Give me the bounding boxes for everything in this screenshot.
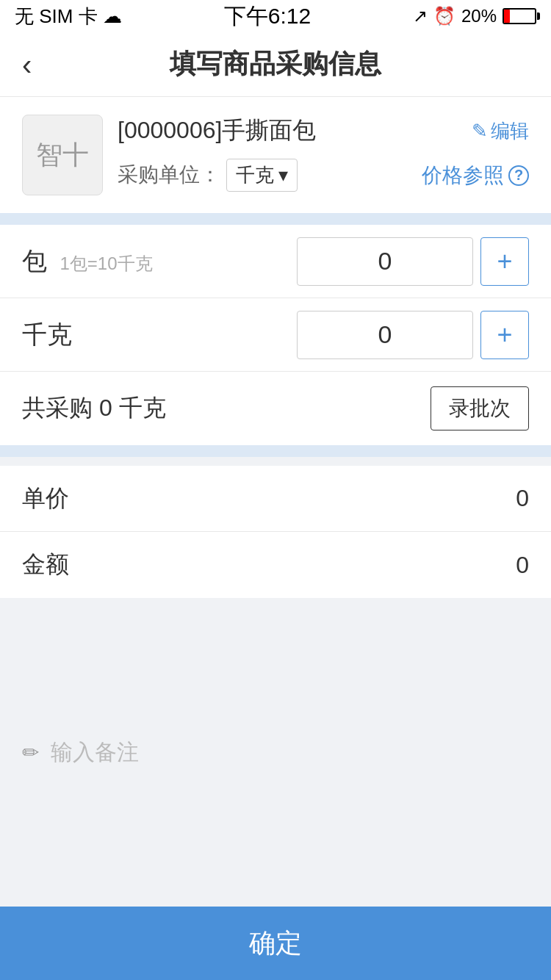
- unit-price-label: 单价: [22, 483, 69, 515]
- kg-quantity-input[interactable]: [297, 311, 473, 359]
- status-time: 下午6:12: [224, 1, 311, 32]
- unit-value: 千克: [236, 162, 274, 188]
- total-row: 共采购 0 千克 录批次: [0, 372, 551, 445]
- total-text: 共采购 0 千克: [22, 392, 166, 425]
- unit-price-row: 单价 0: [0, 466, 551, 532]
- price-info-section: 单价 0 金额 0: [0, 466, 551, 598]
- edit-button[interactable]: ✎ 编辑: [472, 118, 529, 144]
- confirm-button[interactable]: 确定: [0, 907, 551, 980]
- nav-bar: ‹ 填写商品采购信息: [0, 32, 551, 97]
- unit-label: 采购单位： 千克 ▾: [118, 159, 298, 192]
- section-divider-1: [0, 213, 551, 225]
- back-button[interactable]: ‹: [22, 50, 32, 79]
- edit-icon: ✎: [472, 120, 488, 143]
- page-title: 填写商品采购信息: [170, 46, 381, 82]
- input-section: 包 1包=10千克 + 千克 +: [0, 225, 551, 372]
- status-bar: 无 SIM 卡 ☁ 下午6:12 ↗ ⏰ 20%: [0, 0, 551, 32]
- bag-quantity-input[interactable]: [297, 237, 473, 286]
- price-ref-button[interactable]: 价格参照 ?: [422, 162, 529, 190]
- confirm-label: 确定: [249, 926, 302, 962]
- status-left: 无 SIM 卡 ☁: [15, 4, 122, 29]
- product-thumbnail: 智十: [22, 115, 103, 195]
- record-batch-button[interactable]: 录批次: [431, 386, 529, 430]
- product-card: 智十 [0000006]手撕面包 ✎ 编辑 采购单位： 千克 ▾: [0, 97, 551, 213]
- kg-input-row: 千克 +: [0, 298, 551, 372]
- pencil-icon: ✏: [22, 741, 39, 765]
- remark-placeholder: 输入备注: [51, 738, 139, 768]
- amount-value: 0: [516, 552, 529, 579]
- bag-sublabel: 1包=10千克: [60, 253, 152, 273]
- total-amount: 0: [99, 394, 119, 421]
- bag-plus-button[interactable]: +: [480, 237, 529, 286]
- status-right: ↗ ⏰ 20%: [413, 6, 536, 26]
- kg-plus-button[interactable]: +: [480, 311, 529, 359]
- price-ref-label: 价格参照: [422, 162, 504, 190]
- info-icon: ?: [508, 165, 529, 186]
- battery-percent: 20%: [461, 6, 497, 26]
- bag-label: 包 1包=10千克: [22, 245, 153, 278]
- bag-input-row: 包 1包=10千克 +: [0, 225, 551, 298]
- product-name: [0000006]手撕面包: [118, 115, 316, 147]
- kg-label: 千克: [22, 318, 140, 352]
- product-logo-text: 智十: [36, 137, 89, 173]
- unit-select[interactable]: 千克 ▾: [226, 159, 298, 192]
- amount-row: 金额 0: [0, 532, 551, 598]
- unit-price-value: 0: [516, 485, 529, 512]
- signal-icon: ↗: [413, 6, 428, 26]
- amount-label: 金额: [22, 549, 69, 581]
- section-divider-2: [0, 445, 551, 457]
- product-info: [0000006]手撕面包 ✎ 编辑 采购单位： 千克 ▾ 价格参照 ?: [118, 115, 529, 192]
- edit-label: 编辑: [491, 118, 529, 144]
- alarm-icon: ⏰: [433, 6, 455, 26]
- battery-icon: [503, 8, 536, 24]
- dropdown-icon: ▾: [278, 164, 288, 187]
- remark-area[interactable]: ✏ 输入备注: [0, 598, 551, 907]
